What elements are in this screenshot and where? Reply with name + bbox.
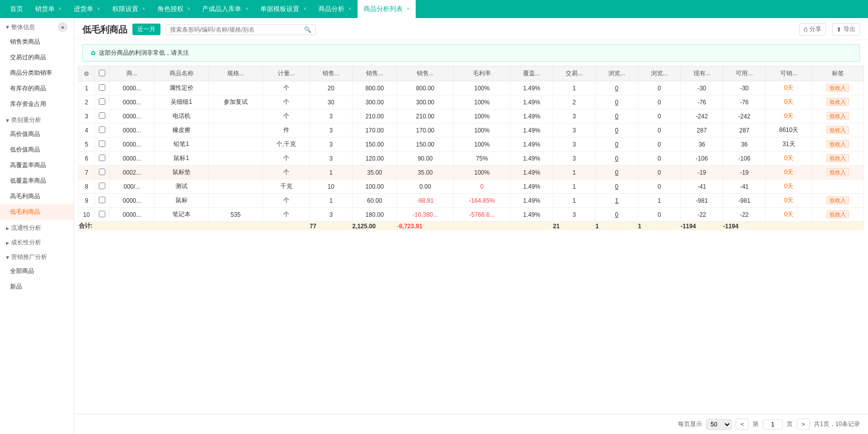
close-icon[interactable]: ×	[59, 0, 62, 18]
nav-item-template[interactable]: 单据模板设置 ×	[254, 0, 312, 18]
row-checkbox[interactable]	[95, 137, 110, 152]
close-icon[interactable]: ×	[303, 0, 306, 18]
sidebar-item-all-products[interactable]: 全部商品	[0, 263, 74, 279]
search-icon[interactable]: 🔍	[304, 26, 311, 33]
row-checkbox[interactable]	[95, 123, 110, 137]
row-name: 鼠标1	[154, 152, 209, 166]
row-browse1[interactable]: 0	[596, 137, 638, 152]
nav-item-roles[interactable]: 角色授权 ×	[151, 0, 197, 18]
row-current: -242	[680, 109, 723, 123]
export-button[interactable]: ⬆ 导出	[832, 23, 860, 36]
row-gross-rate: 100%	[453, 95, 510, 109]
column-gross-rate: 毛利率	[453, 66, 510, 81]
row-select-checkbox[interactable]	[99, 155, 105, 161]
row-select-checkbox[interactable]	[99, 169, 105, 175]
row-browse1[interactable]: 0	[596, 166, 638, 180]
row-browse1[interactable]: 0	[596, 208, 638, 222]
sidebar-group-liquidity[interactable]: ▸ 流通性分析	[0, 220, 74, 234]
sidebar-item-sales-products[interactable]: 销售类商品	[0, 34, 74, 50]
row-sales-profit: 800.00	[397, 81, 454, 95]
nav-item-product-analysis[interactable]: 商品分析 ×	[312, 0, 358, 18]
sidebar-item-low-margin[interactable]: 低毛利商品	[0, 204, 74, 220]
row-checkbox[interactable]	[95, 208, 110, 222]
row-checkbox[interactable]	[95, 109, 110, 123]
search-input[interactable]	[170, 26, 304, 33]
sidebar-group-marketing[interactable]: ▾ 营销推广分析	[0, 249, 74, 263]
next-page-button[interactable]: ＞	[797, 418, 810, 430]
sidebar-group-category[interactable]: ▾ 类别重分析	[0, 112, 74, 126]
sidebar-item-in-stock[interactable]: 有库存的商品	[0, 81, 74, 96]
row-browse1[interactable]: 0	[596, 152, 638, 166]
tag-badge: 低收入	[826, 140, 849, 148]
row-browse1[interactable]: 0	[596, 180, 638, 194]
sidebar-item-high-margin[interactable]: 高毛利商品	[0, 189, 74, 204]
row-checkbox[interactable]	[95, 194, 110, 208]
header-actions: ⎙ 分享 ⬆ 导出	[799, 23, 860, 36]
nav-item-home[interactable]: 首页	[4, 0, 29, 18]
sidebar-item-high-coverage[interactable]: 高覆盖率商品	[0, 158, 74, 173]
collapse-button[interactable]: «	[58, 22, 68, 32]
row-select-checkbox[interactable]	[99, 126, 105, 133]
sidebar-item-capital[interactable]: 库存资金占用	[0, 96, 74, 112]
row-transaction: 3	[553, 152, 596, 166]
summary-sales-price: 2,125.00	[352, 222, 397, 231]
row-select-checkbox[interactable]	[99, 197, 105, 203]
prev-page-button[interactable]: ＜	[736, 418, 749, 430]
row-select-checkbox[interactable]	[99, 183, 105, 189]
row-select-checkbox[interactable]	[99, 140, 105, 147]
nav-item-analysis-list[interactable]: 商品分析列表 ×	[358, 0, 416, 18]
row-checkbox[interactable]	[95, 152, 110, 166]
column-settings[interactable]: ⚙	[79, 66, 95, 81]
share-button[interactable]: ⎙ 分享	[799, 23, 826, 36]
row-transaction: 3	[553, 109, 596, 123]
nav-item-permissions[interactable]: 权限设置 ×	[106, 0, 151, 18]
sidebar-item-low-coverage[interactable]: 低覆盖率商品	[0, 173, 74, 189]
close-icon[interactable]: ×	[245, 0, 248, 18]
row-spec	[209, 137, 263, 152]
row-select-checkbox[interactable]	[99, 98, 105, 105]
row-checkbox[interactable]	[95, 81, 110, 95]
per-page-select[interactable]: 50 100 200	[706, 419, 732, 430]
row-browse1[interactable]: 1	[596, 194, 638, 208]
sidebar-item-traded[interactable]: 交易过的商品	[0, 50, 74, 65]
row-coverage: 1.49%	[510, 194, 553, 208]
close-icon[interactable]: ×	[188, 0, 191, 18]
sidebar-item-low-value[interactable]: 低价值商品	[0, 142, 74, 158]
sidebar-group-growth[interactable]: ▸ 成长性分析	[0, 234, 74, 249]
column-checkbox[interactable]	[95, 66, 110, 81]
row-available: -242	[723, 109, 766, 123]
row-select-checkbox[interactable]	[99, 112, 105, 119]
close-icon[interactable]: ×	[407, 0, 410, 18]
row-current: -19	[680, 166, 723, 180]
row-select-checkbox[interactable]	[99, 84, 105, 91]
table-row: 5 0000... 铅笔1 个,千克 3 150.00 150.00 100% …	[79, 137, 864, 152]
sidebar-item-high-value[interactable]: 高价值商品	[0, 126, 74, 142]
row-browse1[interactable]: 0	[596, 81, 638, 95]
row-checkbox[interactable]	[95, 180, 110, 194]
table-container[interactable]: ⚙ 商... 商品名称 规格... 计量... 销售... 销售... 销售..…	[74, 66, 868, 414]
row-unit: 个	[263, 194, 310, 208]
sidebar-item-category-rate[interactable]: 商品分类助销率	[0, 65, 74, 81]
summary-available: -1194	[723, 222, 766, 231]
row-gross-rate: 100%	[453, 166, 510, 180]
row-available: -22	[723, 208, 766, 222]
row-browse1[interactable]: 0	[596, 95, 638, 109]
sidebar-group-overall[interactable]: ▾ 整体信息 «	[0, 18, 74, 34]
nav-item-purchase[interactable]: 进货单 ×	[68, 0, 106, 18]
row-checkbox[interactable]	[95, 166, 110, 180]
nav-item-sales[interactable]: 销货单 ×	[29, 0, 68, 18]
date-filter-button[interactable]: 近一月	[132, 24, 160, 35]
select-all-checkbox[interactable]	[99, 70, 105, 76]
summary-current: -1194	[680, 222, 723, 231]
page-input[interactable]	[763, 419, 783, 429]
nav-item-product-entry[interactable]: 产成品入库单 ×	[196, 0, 254, 18]
row-browse1[interactable]: 0	[596, 123, 638, 137]
close-icon[interactable]: ×	[349, 0, 352, 18]
row-browse1[interactable]: 0	[596, 109, 638, 123]
close-icon[interactable]: ×	[97, 0, 100, 18]
row-select-checkbox[interactable]	[99, 211, 105, 217]
close-icon[interactable]: ×	[142, 0, 145, 18]
sidebar-item-new-products[interactable]: 新品	[0, 279, 74, 295]
row-checkbox[interactable]	[95, 95, 110, 109]
row-available: -76	[723, 95, 766, 109]
